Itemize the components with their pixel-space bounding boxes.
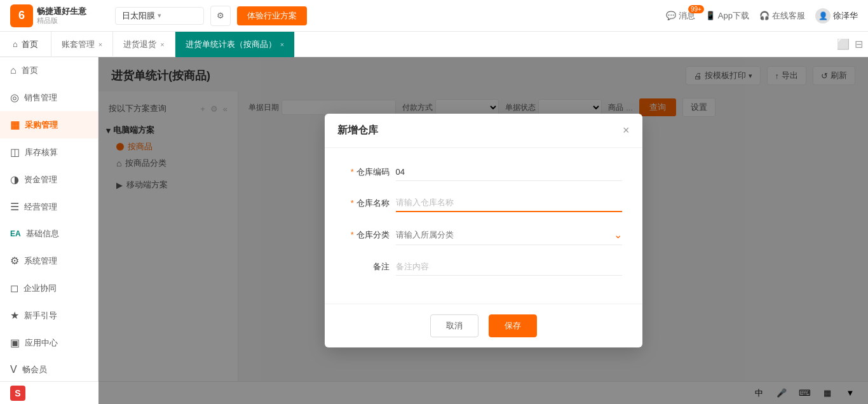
sidebar-item-member[interactable]: V 畅会员: [0, 356, 98, 383]
headset-icon: 🎧: [759, 11, 770, 20]
home-tab-label: 首页: [22, 39, 38, 50]
modal-header: 新增仓库 ×: [325, 114, 642, 148]
tab-home[interactable]: ⌂ 首页: [0, 32, 51, 57]
warehouse-code-label: 仓库编码: [345, 166, 396, 178]
sidebar-purchase-label: 采购管理: [25, 119, 58, 131]
logo-text: 畅捷通好生意 精品版: [37, 6, 86, 25]
s-logo-icon: S: [10, 386, 25, 401]
trial-button[interactable]: 体验行业方案: [237, 6, 307, 25]
logo-icon: 6: [10, 4, 33, 27]
warehouse-code-input[interactable]: [396, 163, 622, 181]
header-right: 💬 消息 99+ 📱 App下载 🎧 在线客服 👤 徐泽华: [666, 8, 858, 24]
sidebar-item-guide[interactable]: ★ 新手引导: [0, 302, 98, 329]
sidebar-item-purchase[interactable]: ▦ 采购管理: [0, 111, 98, 138]
cancel-button[interactable]: 取消: [430, 314, 478, 337]
online-service-label: 在线客服: [772, 10, 805, 22]
tab-purchase-return-label: 进货退货: [123, 39, 156, 50]
sidebar-inventory-label: 库存核算: [25, 147, 58, 158]
content-area: 进货单统计(按商品) 🖨 按模板打印 ▾ ↑ 导出 ↺ 刷新: [98, 57, 868, 404]
notes-input[interactable]: [396, 258, 622, 276]
sidebar-guide-label: 新手引导: [24, 310, 57, 321]
sidebar-enterprise-label: 企业协同: [24, 283, 57, 294]
tab-accounts-label: 账套管理: [62, 39, 95, 50]
online-service-button[interactable]: 🎧 在线客服: [759, 10, 805, 22]
sidebar-system-label: 系统管理: [24, 255, 57, 267]
messages-badge: 99+: [688, 5, 704, 13]
basic-info-icon: EA: [10, 229, 21, 238]
avatar: 👤: [815, 8, 831, 24]
app-icon: 📱: [705, 11, 715, 20]
system-icon: ⚙: [10, 255, 19, 267]
sidebar-basic-info-label: 基础信息: [26, 228, 59, 239]
enterprise-icon: ◻: [10, 282, 18, 294]
sidebar-apps-label: 应用中心: [25, 337, 58, 349]
message-icon: 💬: [666, 11, 676, 20]
store-name: 日太阳膜: [122, 10, 155, 22]
modal-close-button[interactable]: ×: [623, 124, 630, 137]
sidebar-item-operations[interactable]: ☰ 经营管理: [0, 193, 98, 220]
tab-purchase-stats[interactable]: 进货单统计表（按商品） ×: [175, 32, 295, 57]
home-sidebar-icon: ⌂: [10, 65, 17, 76]
user-profile-button[interactable]: 👤 徐泽华: [815, 8, 858, 24]
finance-icon: ◑: [10, 173, 19, 185]
operations-icon: ☰: [10, 201, 19, 213]
logo-sub: 精品版: [37, 17, 86, 25]
sales-icon: ◎: [10, 91, 19, 104]
sidebar-item-sales[interactable]: ◎ 销售管理: [0, 84, 98, 111]
close-purchase-stats-tab-icon[interactable]: ×: [280, 41, 284, 48]
warehouse-name-input[interactable]: [396, 194, 622, 212]
home-icon: ⌂: [13, 39, 18, 49]
tab-purchase-stats-label: 进货单统计表（按商品）: [186, 39, 276, 50]
sidebar-item-home[interactable]: ⌂ 首页: [0, 57, 98, 84]
purchase-icon: ▦: [10, 119, 20, 131]
modal-title: 新增仓库: [337, 124, 378, 137]
notes-row: 备注: [345, 258, 622, 276]
app-download-label: App下载: [718, 10, 749, 22]
gear-icon: ⚙: [217, 11, 224, 20]
tab-controls: ⬜ ⊟: [832, 38, 868, 50]
sidebar-item-apps[interactable]: ▣ 应用中心: [0, 329, 98, 356]
sidebar-item-inventory[interactable]: ◫ 库存核算: [0, 138, 98, 166]
guide-icon: ★: [10, 309, 19, 321]
sidebar-operations-label: 经营管理: [24, 201, 57, 213]
save-button[interactable]: 保存: [489, 314, 537, 337]
sidebar-item-system[interactable]: ⚙ 系统管理: [0, 247, 98, 274]
close-purchase-return-tab-icon[interactable]: ×: [160, 41, 164, 48]
modal-body: 仓库编码 仓库名称 仓库分类 ⌄: [325, 148, 642, 304]
notes-label: 备注: [345, 261, 396, 273]
add-warehouse-modal: 新增仓库 × 仓库编码 仓库名称 仓库分类: [325, 114, 642, 347]
modal-backdrop: 新增仓库 × 仓库编码 仓库名称 仓库分类: [98, 57, 868, 404]
tab-grid-icon[interactable]: ⊟: [855, 38, 863, 50]
sidebar-member-label: 畅会员: [22, 364, 47, 375]
store-selector[interactable]: 日太阳膜 ▾: [115, 7, 204, 25]
app-download-button[interactable]: 📱 App下载: [705, 10, 749, 22]
logo-area: 6 畅捷通好生意 精品版: [10, 4, 109, 27]
sidebar-item-basic-info[interactable]: EA 基础信息: [0, 220, 98, 247]
tab-restore-icon[interactable]: ⬜: [837, 38, 850, 50]
modal-footer: 取消 保存: [325, 304, 642, 347]
sidebar-item-finance[interactable]: ◑ 资金管理: [0, 166, 98, 193]
top-header: 6 畅捷通好生意 精品版 日太阳膜 ▾ ⚙ 体验行业方案 💬 消息 99+ 📱 …: [0, 0, 868, 32]
main-layout: ⌂ 首页 ◎ 销售管理 ▦ 采购管理 ◫ 库存核算 ◑ 资金管理 ☰ 经营管理 …: [0, 57, 868, 404]
inventory-icon: ◫: [10, 146, 20, 158]
warehouse-category-input[interactable]: [396, 230, 614, 239]
sidebar-sales-label: 销售管理: [24, 92, 57, 104]
username-label: 徐泽华: [833, 10, 858, 22]
warehouse-category-select-wrap[interactable]: ⌄: [396, 225, 622, 245]
gear-button[interactable]: ⚙: [210, 6, 231, 26]
warehouse-code-row: 仓库编码: [345, 163, 622, 181]
logo-title: 畅捷通好生意: [37, 6, 86, 17]
messages-button[interactable]: 💬 消息 99+: [666, 10, 695, 22]
category-dropdown-arrow: ⌄: [614, 229, 622, 241]
sidebar-item-enterprise[interactable]: ◻ 企业协同: [0, 274, 98, 302]
warehouse-category-label: 仓库分类: [345, 229, 396, 241]
warehouse-name-label: 仓库名称: [345, 198, 396, 209]
close-accounts-tab-icon[interactable]: ×: [98, 41, 102, 48]
sidebar-finance-label: 资金管理: [24, 174, 57, 185]
tab-accounts[interactable]: 账套管理 ×: [51, 32, 113, 57]
sidebar-home-label: 首页: [22, 65, 38, 76]
warehouse-name-row: 仓库名称: [345, 194, 622, 212]
store-dropdown-arrow: ▾: [158, 11, 161, 20]
warehouse-category-row: 仓库分类 ⌄: [345, 225, 622, 245]
tab-purchase-return[interactable]: 进货退货 ×: [113, 32, 175, 57]
